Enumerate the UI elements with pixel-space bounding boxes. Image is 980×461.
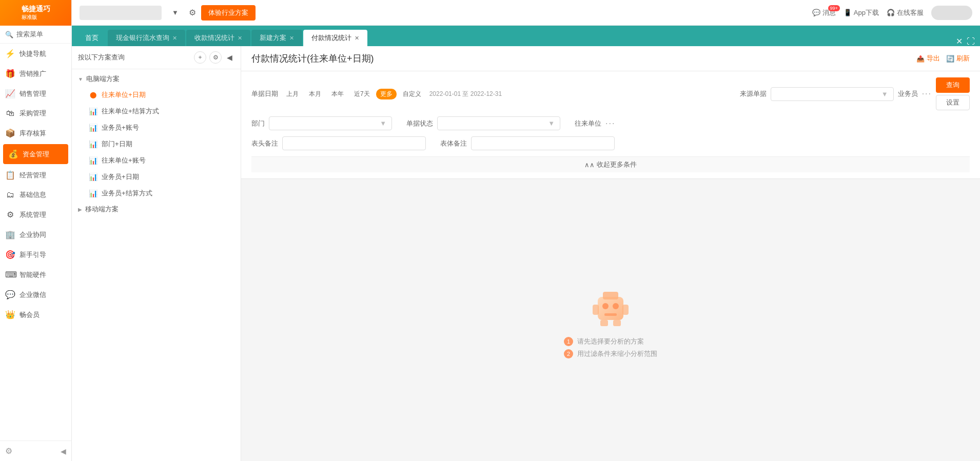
sidebar-item-label: 新手引导	[19, 250, 46, 259]
collapse-more-btn[interactable]: ∧∧ 收起更多条件	[251, 156, 970, 172]
tab-bank[interactable]: 现金银行流水查询 ✕	[108, 30, 185, 46]
sidebar-search[interactable]: 🔍 搜索菜单	[0, 26, 71, 44]
body-note-input[interactable]	[471, 136, 615, 150]
source-select[interactable]: ▼	[771, 87, 894, 101]
app-icon: 📱	[844, 9, 852, 16]
date-this-month-btn[interactable]: 本月	[305, 89, 325, 99]
messages-badge: 99+	[828, 5, 840, 11]
voucher-status-select[interactable]: ▼	[437, 116, 560, 130]
date-range-input[interactable]: 2022-01-01 至 2022-12-31	[429, 90, 502, 98]
refresh-icon: 🔄	[946, 55, 954, 63]
settings-icon[interactable]: ⚙	[5, 446, 12, 456]
sidebar-item-enterprise[interactable]: 🏢 企业协同	[0, 225, 71, 245]
date-this-year-btn[interactable]: 本年	[327, 89, 348, 99]
scheme-settings-btn[interactable]: ⚙	[209, 51, 222, 64]
date-last-month-btn[interactable]: 上月	[282, 89, 303, 99]
page-title: 付款情况统计(往来单位+日期)	[251, 52, 374, 65]
sidebar-item-basic[interactable]: 🗂 基础信息	[0, 185, 71, 205]
sidebar-item-capital[interactable]: 💰 资金管理	[3, 144, 68, 164]
sidebar-item-marketing[interactable]: 🎁 营销推广	[0, 64, 71, 84]
refresh-btn[interactable]: 🔄 刷新	[946, 54, 970, 63]
collapse-sidebar-icon[interactable]: ◀	[61, 447, 66, 455]
sidebar-item-quick-nav[interactable]: ⚡ 快捷导航	[0, 44, 71, 64]
date-custom-btn[interactable]: 自定义	[399, 89, 425, 99]
sidebar-item-label: 销售管理	[19, 89, 46, 98]
tab-receipts[interactable]: 收款情况统计 ✕	[186, 30, 250, 46]
date-more-btn[interactable]: 更多	[376, 89, 397, 99]
tabbar: 首页 现金银行流水查询 ✕ 收款情况统计 ✕ 新建方案 ✕ 付款情况统计 ✕ ✕…	[72, 26, 980, 46]
staff-account-icon: 📊	[88, 124, 97, 132]
partner-account-icon: 📊	[88, 156, 97, 165]
tab-expand-icon[interactable]: ⛶	[967, 37, 975, 46]
sidebar-item-operations[interactable]: 📋 经营管理	[0, 165, 71, 185]
topbar-gear-icon[interactable]: ⚙	[189, 8, 196, 17]
tab-home[interactable]: 首页	[77, 30, 107, 46]
query-btn[interactable]: 查询	[936, 77, 970, 93]
svg-rect-4	[604, 313, 617, 316]
staff-date-icon: 📊	[88, 173, 97, 181]
left-panel-header: 按以下方案查询 + ⚙ ◀	[72, 46, 241, 69]
logo-text: 畅捷通巧	[22, 5, 50, 14]
filter-voucher-col: 单据状态 ▼	[406, 116, 560, 130]
panel-item-label: 往来单位+结算方式	[102, 107, 159, 116]
user-avatar[interactable]	[931, 6, 972, 20]
sidebar-item-hardware[interactable]: ⌨ 智能硬件	[0, 265, 71, 285]
body-note-label: 表体备注	[440, 139, 467, 148]
tab-new-scheme-close[interactable]: ✕	[289, 35, 294, 42]
dept-arrow-icon: ▼	[380, 119, 386, 127]
date-last-7days-btn[interactable]: 近7天	[350, 89, 374, 99]
add-scheme-btn[interactable]: +	[194, 51, 206, 64]
tab-receipts-close[interactable]: ✕	[238, 35, 242, 42]
sidebar-footer: ⚙ ◀	[0, 440, 71, 461]
panel-item-partner-settlement[interactable]: 📊 往来单位+结算方式	[82, 103, 241, 119]
desktop-group-arrow: ▼	[78, 76, 83, 82]
panel-item-dept-date[interactable]: 📊 部门+日期	[82, 136, 241, 152]
guide-icon: 🎯	[5, 250, 15, 259]
sidebar-item-inventory[interactable]: 📦 库存核算	[0, 123, 71, 143]
sidebar-item-guide[interactable]: 🎯 新手引导	[0, 245, 71, 265]
sidebar-item-system[interactable]: ⚙ 系统管理	[0, 205, 71, 225]
online-service-btn[interactable]: 🎧 在线客服	[887, 8, 924, 17]
page-header: 付款情况统计(往来单位+日期) 📤 导出 🔄 刷新	[241, 46, 980, 71]
panel-item-partner-date[interactable]: ⬤ 往来单位+日期	[82, 87, 241, 103]
panel-item-staff-date[interactable]: 📊 业务员+日期	[82, 169, 241, 185]
dept-select[interactable]: ▼	[269, 116, 392, 130]
search-label: 搜索菜单	[16, 30, 43, 39]
industry-btn[interactable]: 体验行业方案	[201, 5, 256, 21]
partner-dots[interactable]: ···	[605, 119, 615, 128]
panel-item-staff-account[interactable]: 📊 业务员+账号	[82, 119, 241, 136]
tab-close-all-icon[interactable]: ✕	[956, 36, 963, 46]
header-note-input[interactable]	[282, 136, 426, 150]
filter-staff-col: 业务员 ···	[898, 89, 932, 98]
tab-payment-stats-close[interactable]: ✕	[355, 35, 359, 42]
desktop-group-label: 电脑端方案	[86, 74, 120, 84]
tab-bank-close[interactable]: ✕	[172, 35, 177, 42]
panel-item-staff-settlement[interactable]: 📊 业务员+结算方式	[82, 185, 241, 202]
sidebar-item-wechat[interactable]: 💬 企业微信	[0, 285, 71, 305]
sidebar-item-label: 畅会员	[19, 310, 40, 319]
left-panel-actions: + ⚙ ◀	[194, 51, 234, 64]
sidebar-item-label: 系统管理	[19, 210, 46, 219]
filter-setting-btn[interactable]: 设置	[936, 95, 970, 110]
tab-payment-stats[interactable]: 付款情况统计 ✕	[303, 30, 367, 46]
sidebar-item-member[interactable]: 👑 畅会员	[0, 305, 71, 325]
messages-btn[interactable]: 💬 消息 99+	[812, 8, 836, 17]
staff-dots[interactable]: ···	[922, 89, 932, 98]
export-btn[interactable]: 📤 导出	[916, 54, 940, 63]
app-download-btn[interactable]: 📱 App下载	[844, 8, 879, 17]
sidebar-item-purchase[interactable]: 🛍 采购管理	[0, 104, 71, 123]
panel-item-partner-account[interactable]: 📊 往来单位+账号	[82, 152, 241, 169]
marketing-icon: 🎁	[5, 69, 15, 78]
voucher-arrow-icon: ▼	[548, 119, 555, 127]
collapse-panel-btn[interactable]: ◀	[225, 52, 234, 63]
left-panel: 按以下方案查询 + ⚙ ◀ ▼ 电脑端方案	[72, 46, 241, 461]
empty-tip-1: 1 请先选择要分析的方案	[564, 337, 657, 346]
sidebar-item-sales[interactable]: 📈 销售管理	[0, 84, 71, 104]
tab-new-scheme[interactable]: 新建方案 ✕	[251, 30, 302, 46]
topbar-dropdown[interactable]: ▼	[167, 9, 184, 16]
app-download-label: App下载	[854, 8, 879, 17]
mobile-group[interactable]: ▶ 移动端方案	[72, 202, 241, 217]
desktop-group-header[interactable]: ▼ 电脑端方案	[72, 71, 241, 87]
purchase-icon: 🛍	[5, 109, 15, 118]
panel-item-label: 往来单位+账号	[102, 156, 146, 165]
